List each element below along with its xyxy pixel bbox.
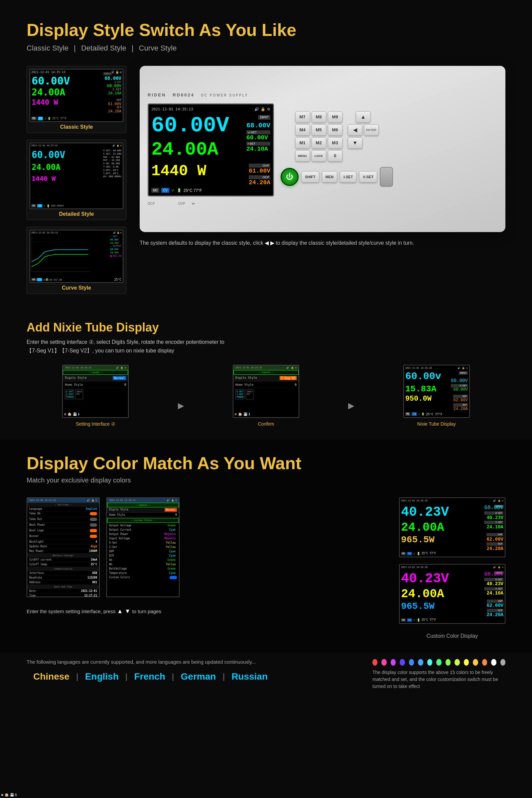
cs-lang-v: English [86,507,97,510]
detailed-current: 24.00A [32,163,60,172]
nixie-label1: Setting Interface ② [76,421,115,426]
cs-if-v: USB [92,572,97,574]
vset-button[interactable]: V-SET [359,171,377,183]
key-m8[interactable]: M8 [311,111,326,123]
screen-icons: 🔊 🔒 ⚙ [254,107,270,111]
device-area: RIDEN RD6024 DC POWER SUPPLY 2021-12-01 … [140,66,506,247]
iset-label: I-SET [108,88,121,91]
cc-oa-v: Cyan [168,528,177,531]
cs-bp-v [90,524,97,527]
cc-row-iset: I-Set Yellow [107,545,179,549]
nixie-icons3: 🔊 🔒 ⚙ [457,367,468,369]
b-info: ℹ [78,412,79,416]
nixie-panels: 2021-12-01 16:23:11 🔊 🔒 ⚙ — Layout — Dig… [26,365,506,426]
key-up[interactable]: ▲ [356,111,370,123]
screen-input-v: 68.00V [246,122,270,129]
screen-temp: 25°C 77°F [184,188,202,193]
cc-is-v: Yellow [165,546,177,549]
key-left[interactable]: ◀ [348,125,362,136]
iset-value: 24.10A [108,91,121,95]
classic-a-right: I-SET 24.10A [108,88,121,95]
iset-button[interactable]: I-SET [340,171,357,183]
screen-ovp-v: 61.00V [249,168,270,174]
nixie-batt: 🔋 [421,413,424,416]
key-down[interactable]: ▼ [348,137,362,149]
device-note: The system defaults to display the class… [140,239,506,247]
cs1-uset-tag: U-SET [484,511,504,515]
key-m3[interactable]: M3 [328,137,342,149]
usb-bottom: ⇄ [192,202,194,206]
layout-label: — Layout — [63,370,128,375]
date-section-label: Date and Time [27,585,99,589]
cc-hs-v: 0 [175,513,177,516]
cc-hs-l: Home Style [109,513,125,516]
cs-row-backlight: Backlight 4 [27,540,99,544]
cs-row-takeok: Take Ok [27,511,99,517]
screen-input-tag: INPUT [258,115,270,120]
encoder-knob[interactable] [380,167,393,187]
section-nixie: Add Nixie Tube Display Enter the setting… [0,307,532,440]
cc-ts: 2021-12-01 13:55:11 [109,499,136,502]
cc-ds-l: Digits Style [109,508,128,512]
screen-ovp-tag: OVP [249,164,270,168]
nixie-big-a: 15.83A [405,385,437,393]
cv-out: — OUTPUT [110,245,121,248]
key-m7[interactable]: M7 [295,111,310,123]
nixie-icons2: 🔊 🔒 ⚙ [286,366,297,369]
cc-iv-l: Input Voltage [109,537,130,540]
color-subtitle: Match your exclusive display colors [26,476,506,484]
color-dots-row [373,659,506,666]
down-arrow-icon: ▼ [125,608,132,614]
nixie-desc2: 【7-Seg V1】【7-Seg V2】, you can turn on ni… [26,346,506,355]
key-m5[interactable]: M5 [311,125,326,136]
brand-label: RIDEN RD6024 DC POWER SUPPLY [148,92,274,97]
layout-label-cc: — Layout — [107,503,179,507]
nixie-header1: 2021-12-01 16:23:11 🔊 🔒 ⚙ [63,365,128,370]
cs2-w-right: OVP 62.00V OCP 24.20A [487,600,504,618]
key-lock[interactable]: LOCK [311,150,326,162]
cs-dt-l: Date [29,590,36,592]
det-temp2: I-OFF: 60°C [103,169,121,172]
key-m4[interactable]: M4 [295,125,310,136]
m0-badge: M0 [31,117,37,120]
cc-row-wh: Wh Yellow [107,562,179,567]
power-button[interactable]: ⏻ [281,168,299,186]
cc-row-ovp: OVP Cyan [107,549,179,554]
key-m9[interactable]: M9 [328,111,342,123]
cs2-batt: 🔋 [417,619,420,622]
nixie-setting-screen: 2021-12-01 16:23:11 🔊 🔒 ⚙ — Layout — Dig… [62,365,129,418]
cs2-iset-tag: I-SET [484,587,504,590]
vu-row2: U-OUTI-OUTPOWER INPUTSET [233,388,299,401]
curve-style-panel: 2021-12-01 14:35:13 🔊🔒⚙ — SET 60.00V 24.… [26,227,126,294]
cs1-cv: CV [407,552,412,555]
cs1-batt: 🔋 [417,552,420,555]
nixie-arrow1: ▶ [178,401,184,410]
curve-label: Curve Style [30,285,124,291]
color-display-row: 2021-12-01 13:17:21 🔊 🔒 ⚙ — Settings — L… [26,497,506,639]
color-screens-right: 2021-12-01 14:35:15 🔊 🔒 ⚙ INPUT 40.23V 6… [399,497,506,639]
key-zero[interactable]: 0 [328,150,342,162]
cc-ocp-l: OCP [109,554,114,557]
key-menu[interactable]: MENU [295,150,310,162]
cs-bd-l: Baudrate [29,576,42,579]
nixie-v-right: 68.00V U-SET 60.00V [451,378,468,392]
shift-button[interactable]: SHIFT [301,171,319,183]
lang-english: English [78,671,125,682]
rd-keypad[interactable]: M7 M8 M9 M4 M5 M6 M1 M2 M3 MENU LOCK 0 [295,111,342,162]
nixie-uset-tag: U-SET [451,384,468,387]
lang-french: French [128,671,172,682]
cs-row-takeout: Take Out [27,517,99,523]
key-m1[interactable]: M1 [295,137,310,149]
key-m6[interactable]: M6 [328,125,342,136]
men-button[interactable]: MEN [322,171,337,183]
cs1-voltage: 40.23V [401,505,449,520]
cs-ur-v: High [91,545,97,548]
cs1-iset-tag: I-SET [484,521,504,524]
color-dot [500,659,506,666]
device-left-panel: RIDEN RD6024 DC POWER SUPPLY 2021-12-01 … [148,92,274,206]
scr-lock: 🔒 [261,107,265,111]
cc-iv-v: Magenta [163,537,177,540]
key-enter[interactable]: ENTER [364,125,379,136]
key-m2[interactable]: M2 [311,137,326,149]
b2-gear: ⚙ [235,412,237,416]
